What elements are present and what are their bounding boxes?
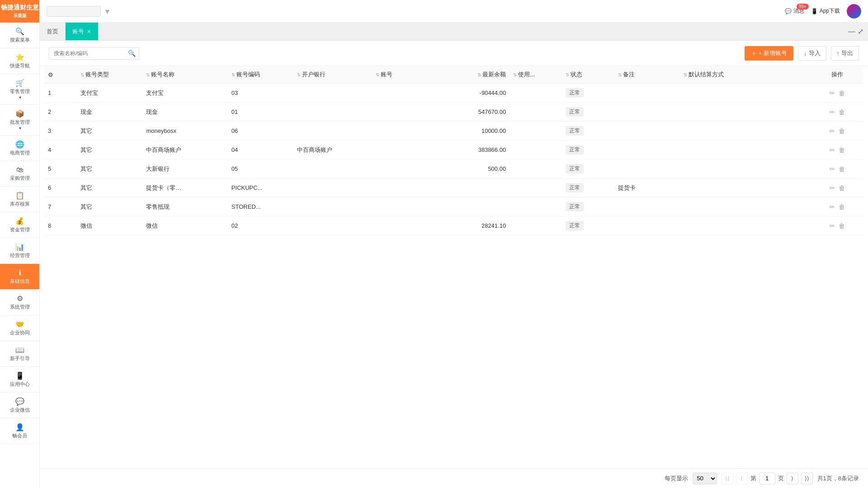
import-icon: ↓ bbox=[804, 50, 807, 56]
col-bank[interactable]: ⇅开户银行 bbox=[293, 66, 372, 84]
edit-button[interactable]: ✏ bbox=[829, 145, 836, 155]
row-remark bbox=[614, 160, 680, 178]
purchase-icon: 🛍 bbox=[16, 166, 24, 174]
search-nav-icon: 🔍 bbox=[15, 27, 24, 36]
row-status: 正常 bbox=[562, 122, 614, 141]
sidebar-item-system[interactable]: ⚙ 系统管理 bbox=[0, 290, 39, 315]
col-use[interactable]: ⇅使用... bbox=[509, 66, 562, 84]
row-num: 7 bbox=[44, 197, 77, 216]
sidebar-item-inventory[interactable]: 📋 库存核算 bbox=[0, 187, 39, 212]
row-status: 正常 bbox=[562, 160, 614, 178]
main-content: ▾ 💬 消息 99+ 📱 App下载 首页 账号 ✕ — bbox=[40, 0, 868, 488]
edit-button[interactable]: ✏ bbox=[829, 221, 836, 230]
sidebar-item-member[interactable]: 👤 畅会员 bbox=[0, 418, 39, 444]
sidebar-item-operation[interactable]: 📊 经营管理 bbox=[0, 238, 39, 264]
message-badge: 99+ bbox=[797, 4, 809, 9]
sort-icon: ⇅ bbox=[376, 72, 379, 77]
avatar[interactable] bbox=[847, 4, 861, 19]
sidebar-item-basic[interactable]: ℹ 基础信息 bbox=[0, 264, 39, 290]
delete-button[interactable]: 🗑 bbox=[838, 202, 846, 211]
col-name[interactable]: ⇅账号名称 bbox=[142, 66, 227, 84]
edit-button[interactable]: ✏ bbox=[829, 202, 836, 211]
tab-expand-button[interactable]: ⤢ bbox=[858, 27, 863, 36]
sidebar-item-wholesale[interactable]: 📦 批发管理 ▾ bbox=[0, 105, 39, 136]
export-button[interactable]: ↑ 导出 bbox=[831, 46, 859, 61]
edit-button[interactable]: ✏ bbox=[829, 127, 836, 136]
sort-icon: ⇅ bbox=[297, 72, 301, 77]
delete-button[interactable]: 🗑 bbox=[838, 183, 846, 192]
per-page-select[interactable]: 50 20 100 bbox=[693, 473, 717, 484]
delete-button[interactable]: 🗑 bbox=[838, 164, 846, 174]
edit-button[interactable]: ✏ bbox=[829, 108, 836, 117]
tab-bar: 首页 账号 ✕ — ⤢ bbox=[40, 23, 868, 41]
phone-icon: 📱 bbox=[811, 8, 818, 14]
delete-button[interactable]: 🗑 bbox=[838, 108, 846, 117]
delete-button[interactable]: 🗑 bbox=[838, 89, 846, 98]
message-button[interactable]: 💬 消息 99+ bbox=[785, 7, 804, 15]
sidebar-item-agreement[interactable]: 🤝 企业协同 bbox=[0, 315, 39, 341]
sidebar-item-label: 零售管理 bbox=[10, 88, 30, 95]
row-num: 5 bbox=[44, 160, 77, 178]
tab-home[interactable]: 首页 bbox=[40, 23, 66, 40]
page-suffix-label: 页 bbox=[778, 474, 784, 483]
edit-button[interactable]: ✏ bbox=[829, 183, 836, 192]
import-label: 导入 bbox=[809, 49, 821, 57]
edit-button[interactable]: ✏ bbox=[829, 164, 836, 174]
import-button[interactable]: ↓ 导入 bbox=[798, 46, 826, 61]
sidebar-item-wechat[interactable]: 💬 企业微信 bbox=[0, 393, 39, 418]
sidebar-item-retail[interactable]: 🛒 零售管理 ▾ bbox=[0, 74, 39, 105]
row-account bbox=[372, 122, 438, 141]
col-code[interactable]: ⇅账号编码 bbox=[228, 66, 293, 84]
edit-button[interactable]: ✏ bbox=[829, 89, 836, 98]
sidebar-item-guide[interactable]: 📖 新手引导 bbox=[0, 341, 39, 367]
row-account bbox=[372, 216, 438, 235]
col-settings[interactable]: ⚙ bbox=[44, 66, 77, 84]
add-account-button[interactable]: ＋ + 新增账号 bbox=[745, 46, 793, 61]
row-default bbox=[680, 122, 811, 141]
row-use bbox=[509, 160, 562, 178]
top-search-input[interactable] bbox=[47, 6, 101, 17]
col-account[interactable]: ⇅账号 bbox=[372, 66, 438, 84]
page-number-input[interactable] bbox=[759, 473, 775, 484]
delete-button[interactable]: 🗑 bbox=[838, 127, 846, 136]
row-action: ✏ 🗑 bbox=[811, 141, 863, 160]
row-default bbox=[680, 141, 811, 160]
last-page-button[interactable]: ⟩⟩ bbox=[801, 473, 813, 484]
row-status: 正常 bbox=[562, 216, 614, 235]
row-status: 正常 bbox=[562, 141, 614, 160]
row-type: 现金 bbox=[77, 103, 142, 122]
first-page-button[interactable]: ⟨⟨ bbox=[722, 473, 733, 484]
basic-icon: ℹ bbox=[19, 268, 21, 277]
row-remark bbox=[614, 84, 680, 103]
sidebar-item-shortcut[interactable]: ⭐ 快捷导航 bbox=[0, 48, 39, 74]
col-status[interactable]: ⇅状态 bbox=[562, 66, 614, 84]
col-default[interactable]: ⇅默认结算方式 bbox=[680, 66, 811, 84]
sidebar-item-search[interactable]: 🔍 搜索菜单 bbox=[0, 23, 39, 48]
sort-icon: ⇅ bbox=[477, 72, 481, 77]
chevron-down-icon[interactable]: ▾ bbox=[105, 6, 109, 16]
sidebar-item-purchase[interactable]: 🛍 采购管理 bbox=[0, 161, 39, 187]
prev-page-button[interactable]: ⟨ bbox=[736, 473, 748, 484]
sidebar-item-finance[interactable]: 💰 资金管理 bbox=[0, 212, 39, 238]
tab-close-icon[interactable]: ✕ bbox=[87, 28, 91, 35]
row-use bbox=[509, 178, 562, 197]
row-remark: 提货卡 bbox=[614, 178, 680, 197]
col-remark[interactable]: ⇅备注 bbox=[614, 66, 680, 84]
sidebar-item-label: 资金管理 bbox=[10, 226, 30, 233]
row-account bbox=[372, 178, 438, 197]
page-prefix-label: 第 bbox=[750, 474, 756, 483]
sidebar-item-label: 基础信息 bbox=[10, 278, 30, 285]
search-input[interactable] bbox=[49, 47, 139, 60]
search-button[interactable]: 🔍 bbox=[128, 50, 136, 57]
next-page-button[interactable]: ⟩ bbox=[787, 473, 798, 484]
tab-minimize-button[interactable]: — bbox=[848, 27, 855, 36]
sidebar-item-appcenter[interactable]: 📱 应用中心 bbox=[0, 367, 39, 393]
col-balance[interactable]: ⇅最新余额 bbox=[438, 66, 509, 84]
app-download-button[interactable]: 📱 App下载 bbox=[811, 7, 840, 15]
col-type[interactable]: ⇅账号类型 bbox=[77, 66, 142, 84]
delete-button[interactable]: 🗑 bbox=[838, 221, 846, 230]
sidebar-item-ecommerce[interactable]: 🌐 电商管理 bbox=[0, 136, 39, 161]
row-action: ✏ 🗑 bbox=[811, 122, 863, 141]
tab-account[interactable]: 账号 ✕ bbox=[66, 23, 99, 40]
delete-button[interactable]: 🗑 bbox=[838, 145, 846, 155]
